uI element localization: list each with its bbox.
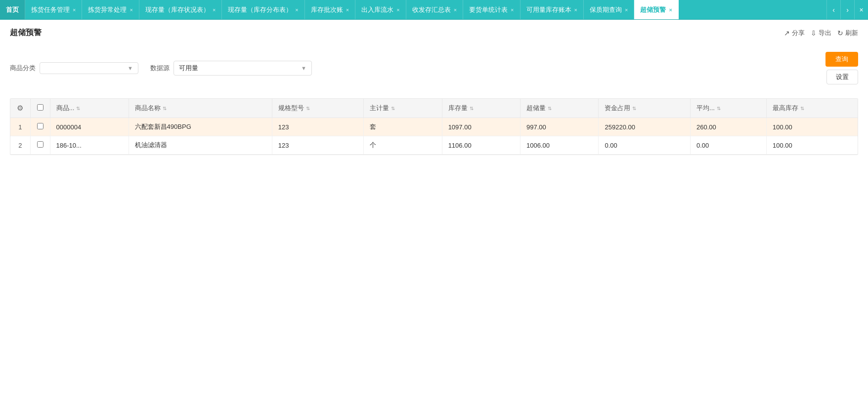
sort-product-name-icon: ⇅ — [163, 106, 167, 111]
nav-available-account-label: 可用量库存账本 — [526, 5, 571, 14]
settings-button[interactable]: 设置 — [826, 70, 858, 84]
nav-overstock-warning-close[interactable]: × — [669, 7, 672, 13]
sort-overstock-icon: ⇅ — [548, 106, 552, 111]
share-label: 分享 — [792, 29, 805, 38]
row-stock: 1097.00 — [442, 118, 520, 136]
nav-overstock-warning[interactable]: 超储预警 × — [634, 0, 678, 19]
nav-abnormal-close[interactable]: × — [130, 7, 132, 13]
filter-actions: 查询 设置 — [825, 52, 858, 84]
row-checkbox-cell — [30, 136, 50, 155]
nav-order-stats-label: 要货单统计表 — [469, 5, 508, 14]
nav-arrows: ‹ › × — [826, 0, 868, 19]
top-nav: 首页 拣货任务管理 × 拣货异常处理 × 现存量（库存状况表） × 现存量（库存… — [0, 0, 868, 20]
nav-batch-account-label: 库存批次账 — [311, 5, 343, 14]
nav-batch-account[interactable]: 库存批次账 × — [305, 0, 355, 19]
export-button[interactable]: ⇩ 导出 — [811, 29, 831, 38]
datasource-select[interactable]: 可用量 ▼ — [174, 61, 312, 76]
row-unit: 套 — [364, 118, 442, 136]
refresh-label: 刷新 — [845, 29, 858, 38]
sort-product-code-icon: ⇅ — [76, 106, 80, 111]
row-max-stock: 100.00 — [766, 136, 858, 155]
nav-arrow-left[interactable]: ‹ — [826, 0, 840, 19]
nav-inventory-status-close[interactable]: × — [213, 7, 216, 13]
data-table: ⚙ 商品... ⇅ 商品名称 ⇅ — [10, 98, 858, 155]
nav-collect-summary-close[interactable]: × — [454, 7, 457, 13]
filter-bar: 商品分类 ▼ 数据源 可用量 ▼ 查询 设置 — [10, 46, 858, 90]
nav-task-mgmt[interactable]: 拣货任务管理 × — [25, 0, 82, 19]
th-unit[interactable]: 主计量 ⇅ — [364, 99, 442, 118]
th-overstock[interactable]: 超储量 ⇅ — [521, 99, 599, 118]
row-product-code: 0000004 — [50, 118, 129, 136]
export-icon: ⇩ — [811, 29, 817, 37]
nav-inventory-status-label: 现存量（库存状况表） — [145, 5, 210, 14]
nav-abnormal-label: 拣货异常处理 — [88, 5, 127, 14]
row-checkbox[interactable] — [37, 141, 43, 148]
th-stock[interactable]: 库存量 ⇅ — [442, 99, 520, 118]
category-label: 商品分类 — [10, 64, 36, 73]
refresh-button[interactable]: ↻ 刷新 — [837, 29, 858, 38]
nav-available-account-close[interactable]: × — [574, 7, 577, 13]
nav-quality-check-label: 保质期查询 — [590, 5, 622, 14]
row-product-name: 六配套新昌490BPG — [129, 118, 272, 136]
nav-inout-flow-close[interactable]: × — [396, 7, 399, 13]
settings-gear-icon[interactable]: ⚙ — [17, 104, 23, 112]
page-title: 超储预警 — [10, 28, 42, 38]
th-spec[interactable]: 规格型号 ⇅ — [272, 99, 364, 118]
nav-order-stats[interactable]: 要货单统计表 × — [463, 0, 520, 19]
row-checkbox[interactable] — [37, 123, 43, 129]
nav-inventory-dist-close[interactable]: × — [295, 7, 298, 13]
sort-stock-icon: ⇅ — [470, 106, 474, 111]
category-select[interactable]: ▼ — [40, 62, 138, 74]
nav-inout-flow[interactable]: 出入库流水 × — [355, 0, 406, 19]
table-header-row: ⚙ 商品... ⇅ 商品名称 ⇅ — [10, 99, 858, 118]
filter-datasource: 数据源 可用量 ▼ — [150, 61, 312, 76]
refresh-icon: ↻ — [837, 29, 843, 37]
nav-arrow-right[interactable]: › — [840, 0, 854, 19]
th-product-name[interactable]: 商品名称 ⇅ — [129, 99, 272, 118]
nav-quality-check-close[interactable]: × — [625, 7, 628, 13]
nav-task-mgmt-close[interactable]: × — [73, 7, 76, 13]
th-max-stock[interactable]: 最高库存 ⇅ — [766, 99, 858, 118]
nav-batch-account-close[interactable]: × — [346, 7, 349, 13]
nav-collect-summary[interactable]: 收发存汇总表 × — [406, 0, 463, 19]
th-capital-use[interactable]: 资金占用 ⇅ — [599, 99, 691, 118]
nav-inventory-status[interactable]: 现存量（库存状况表） × — [139, 0, 222, 19]
header-actions: ↗ 分享 ⇩ 导出 ↻ 刷新 — [784, 29, 858, 38]
th-checkbox — [30, 99, 50, 118]
row-overstock: 997.00 — [521, 118, 599, 136]
th-product-code[interactable]: 商品... ⇅ — [50, 99, 129, 118]
export-label: 导出 — [819, 29, 831, 38]
row-checkbox-cell — [30, 118, 50, 136]
nav-inout-flow-label: 出入库流水 — [361, 5, 393, 14]
row-product-name: 机油滤清器 — [129, 136, 272, 155]
nav-overstock-warning-label: 超储预警 — [640, 5, 666, 14]
table-row: 1 0000004 六配套新昌490BPG 123 套 1097.00 997.… — [10, 118, 858, 136]
nav-arrow-close[interactable]: × — [854, 0, 868, 19]
row-overstock: 1006.00 — [521, 136, 599, 155]
nav-inventory-dist[interactable]: 现存量（库存分布表） × — [222, 0, 304, 19]
sort-capital-use-icon: ⇅ — [632, 106, 636, 111]
row-num: 1 — [10, 118, 30, 136]
row-spec: 123 — [272, 136, 364, 155]
row-max-stock: 100.00 — [766, 118, 858, 136]
row-unit: 个 — [364, 136, 442, 155]
nav-order-stats-close[interactable]: × — [511, 7, 514, 13]
datasource-arrow-icon: ▼ — [301, 65, 306, 71]
nav-abnormal[interactable]: 拣货异常处理 × — [82, 0, 139, 19]
sort-max-stock-icon: ⇅ — [800, 106, 804, 111]
select-all-checkbox[interactable] — [37, 104, 43, 111]
nav-home[interactable]: 首页 — [0, 0, 25, 19]
nav-quality-check[interactable]: 保质期查询 × — [584, 0, 634, 19]
nav-available-account[interactable]: 可用量库存账本 × — [521, 0, 584, 19]
sort-spec-icon: ⇅ — [306, 106, 310, 111]
th-avg[interactable]: 平均... ⇅ — [691, 99, 767, 118]
query-button[interactable]: 查询 — [825, 52, 858, 67]
sort-unit-icon: ⇅ — [391, 106, 395, 111]
row-stock: 1106.00 — [442, 136, 520, 155]
nav-inventory-dist-label: 现存量（库存分布表） — [228, 5, 292, 14]
sort-avg-icon: ⇅ — [717, 106, 721, 111]
datasource-label: 数据源 — [150, 64, 170, 73]
nav-home-label: 首页 — [6, 5, 19, 14]
th-settings: ⚙ — [10, 99, 30, 118]
share-button[interactable]: ↗ 分享 — [784, 29, 805, 38]
